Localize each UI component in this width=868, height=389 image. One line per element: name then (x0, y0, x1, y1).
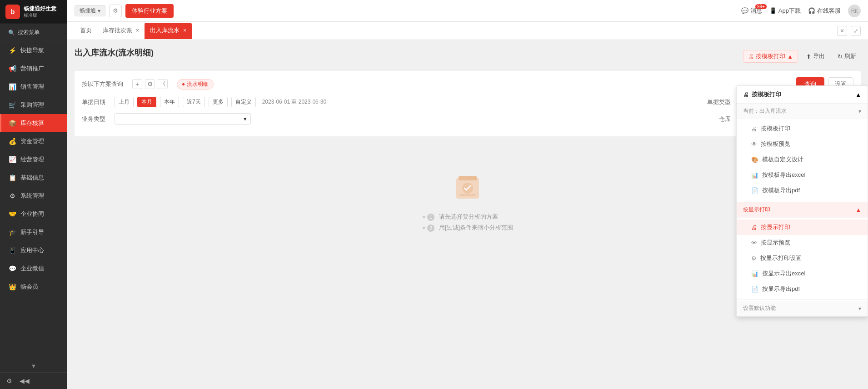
filter-tag-icon: ● (182, 81, 185, 87)
user-display[interactable]: 畅捷通 ▾ (75, 5, 105, 16)
dropdown-divider (737, 201, 868, 201)
guide-icon: 🎓 (8, 229, 17, 236)
refresh-icon: ↻ (838, 53, 843, 60)
sidebar-collapse-icon[interactable]: ◀◀ (20, 377, 30, 384)
printer-icon: 🖨 (748, 53, 754, 60)
tabs-right-actions: ✕ ⤢ (837, 26, 861, 36)
tab-batch-account[interactable]: 库存批次账 × (97, 23, 145, 39)
template-excel-item[interactable]: 📊 按模板导出excel (737, 167, 868, 183)
dropdown-divider-2 (737, 299, 868, 300)
tab-batch-account-close[interactable]: × (136, 27, 139, 34)
sidebar-item-operation[interactable]: 📈 经营管理 (0, 150, 67, 169)
export-button[interactable]: ⬆ 导出 (802, 50, 829, 62)
current-template-header[interactable]: 当前：出入库流水 ▾ (737, 104, 868, 119)
business-type-select[interactable]: ▾ (115, 113, 251, 125)
sidebar-search[interactable]: 🔍 搜索菜单 (0, 24, 67, 41)
messages-button[interactable]: 💬 消息 99+ (741, 7, 762, 15)
sidebar-item-guide[interactable]: 🎓 新手引导 (0, 223, 67, 241)
display-print-item[interactable]: 🖨 按显示打印 (737, 219, 868, 235)
tab-home[interactable]: 首页 (75, 23, 97, 39)
cooperation-icon: 🤝 (8, 210, 17, 218)
sidebar-settings-icon[interactable]: ⚙ (6, 377, 12, 384)
printer-icon-dropdown: 🖨 (743, 91, 749, 98)
sidebar-item-basic-info[interactable]: 📋 基础信息 (0, 169, 67, 187)
date-prev-month[interactable]: 上月 (115, 97, 134, 107)
inventory-icon: 📦 (8, 120, 17, 127)
filter-title-label: 按以下方案查询 (82, 80, 123, 88)
sidebar-item-finance[interactable]: 💰 资金管理 (0, 132, 67, 150)
sidebar-item-sales[interactable]: 📊 销售管理 (0, 78, 67, 96)
filter-collapse-button[interactable]: 《 (158, 79, 168, 89)
date-current-month[interactable]: 本月 (137, 97, 156, 107)
content-area: 出入库流水(流水明细) 🖨 按模板打印 ▲ ⬆ 导出 ↻ 刷新 (67, 40, 868, 389)
display-print-settings-item[interactable]: ⚙ 按显示打印设置 (737, 250, 868, 266)
tabs-bar: 首页 库存批次账 × 出入库流水 × ✕ ⤢ (67, 22, 868, 40)
search-icon: 🔍 (8, 30, 15, 36)
display-pdf-icon: 📄 (751, 286, 758, 293)
sidebar-item-vip[interactable]: 👑 畅会员 (0, 278, 67, 296)
sidebar-item-wechat[interactable]: 💬 企业微信 (0, 259, 67, 278)
date-last-7-days[interactable]: 近7天 (183, 97, 205, 107)
display-preview-item[interactable]: 👁 按显示预览 (737, 235, 868, 250)
svg-rect-1 (459, 176, 477, 180)
sidebar-scroll-down[interactable]: ▼ (0, 360, 67, 372)
template-print-item[interactable]: 🖨 按模板打印 (737, 121, 868, 136)
default-function-header[interactable]: 设置默认功能 ▾ (737, 301, 868, 316)
hint-item-1: 1 请先选择要分析的方案 (422, 213, 513, 221)
date-more[interactable]: 更多 (209, 97, 228, 107)
display-section-header[interactable]: 按显示打印 ▲ (737, 202, 868, 218)
refresh-button[interactable]: ↻ 刷新 (833, 50, 861, 62)
sidebar-item-cooperation[interactable]: 🤝 企业协同 (0, 205, 67, 223)
app-download-button[interactable]: 📱 App下载 (769, 7, 801, 15)
display-preview-icon: 👁 (751, 239, 757, 246)
export-icon: ⬆ (806, 53, 811, 60)
operation-icon: 📈 (8, 156, 17, 163)
sidebar: b 畅捷通好生意 标准版 🔍 搜索菜单 ⚡ 快捷导航 📢 营销推广 📊 销售管理… (0, 0, 67, 389)
template-custom-item[interactable]: 🎨 模板自定义设计 (737, 152, 868, 167)
hint-item-2: 2 用[过滤]条件来缩小分析范围 (422, 224, 513, 232)
date-current-year[interactable]: 本年 (160, 97, 179, 107)
quick-nav-icon: ⚡ (8, 47, 17, 54)
sidebar-item-quick-nav[interactable]: ⚡ 快捷导航 (0, 41, 67, 60)
online-service-button[interactable]: 🎧 在线客服 (808, 7, 841, 15)
template-pdf-icon: 📄 (751, 187, 758, 194)
filter-add-button[interactable]: + (132, 79, 142, 89)
display-pdf-item[interactable]: 📄 按显示导出pdf (737, 281, 868, 297)
purchase-icon: 🛒 (8, 101, 17, 109)
headset-icon: 🎧 (808, 7, 815, 14)
sidebar-item-marketing[interactable]: 📢 营销推广 (0, 60, 67, 78)
wechat-icon: 💬 (8, 265, 17, 272)
active-filter-tag[interactable]: ● 流水明细 (177, 79, 214, 90)
template-excel-icon: 📊 (751, 172, 758, 179)
page-title: 出入库流水(流水明细) (75, 47, 154, 58)
topbar-gear-button[interactable]: ⚙ (109, 5, 122, 17)
avatar: Rit (848, 5, 861, 17)
business-type-chevron: ▾ (244, 115, 247, 122)
display-print-icon: 🖨 (751, 224, 757, 231)
display-excel-item[interactable]: 📊 按显示导出excel (737, 266, 868, 281)
user-avatar-button[interactable]: Rit (848, 5, 861, 17)
empty-hints: 1 请先选择要分析的方案 2 用[过滤]条件来缩小分析范围 (422, 213, 513, 234)
tab-flow-detail-close[interactable]: × (183, 27, 186, 34)
topbar-left: 畅捷通 ▾ ⚙ 体验行业方案 (75, 4, 741, 18)
template-pdf-item[interactable]: 📄 按模板导出pdf (737, 183, 868, 198)
sales-icon: 📊 (8, 83, 17, 90)
tab-maximize-button[interactable]: ⤢ (851, 26, 861, 36)
filter-settings-button[interactable]: ⚙ (145, 79, 155, 89)
industry-solution-button[interactable]: 体验行业方案 (125, 4, 174, 18)
template-preview-item[interactable]: 👁 按模板预览 (737, 136, 868, 152)
sidebar-item-purchase[interactable]: 🛒 采购管理 (0, 96, 67, 114)
sidebar-item-system[interactable]: ⚙ 系统管理 (0, 187, 67, 205)
display-chevron-up: ▲ (856, 207, 861, 213)
sidebar-item-app-center[interactable]: 📱 应用中心 (0, 241, 67, 259)
print-template-button[interactable]: 🖨 按模板打印 ▲ (743, 50, 798, 63)
dropdown-header[interactable]: 🖨 按模板打印 ▲ (737, 86, 868, 104)
date-custom[interactable]: 自定义 (231, 97, 256, 107)
dropdown-chevron-icon: ▾ (98, 8, 100, 14)
tab-close-all-button[interactable]: ✕ (837, 26, 847, 36)
sidebar-item-inventory[interactable]: 📦 库存核算 (0, 114, 67, 132)
template-section: 🖨 按模板打印 👁 按模板预览 🎨 模板自定义设计 📊 按模板导出excel 📄 (737, 119, 868, 200)
tab-flow-detail[interactable]: 出入库流水 × (145, 23, 192, 39)
doc-type-label: 单据类型 (707, 98, 731, 106)
main-content: 畅捷通 ▾ ⚙ 体验行业方案 💬 消息 99+ 📱 App下载 🎧 在线客服 (67, 0, 868, 389)
